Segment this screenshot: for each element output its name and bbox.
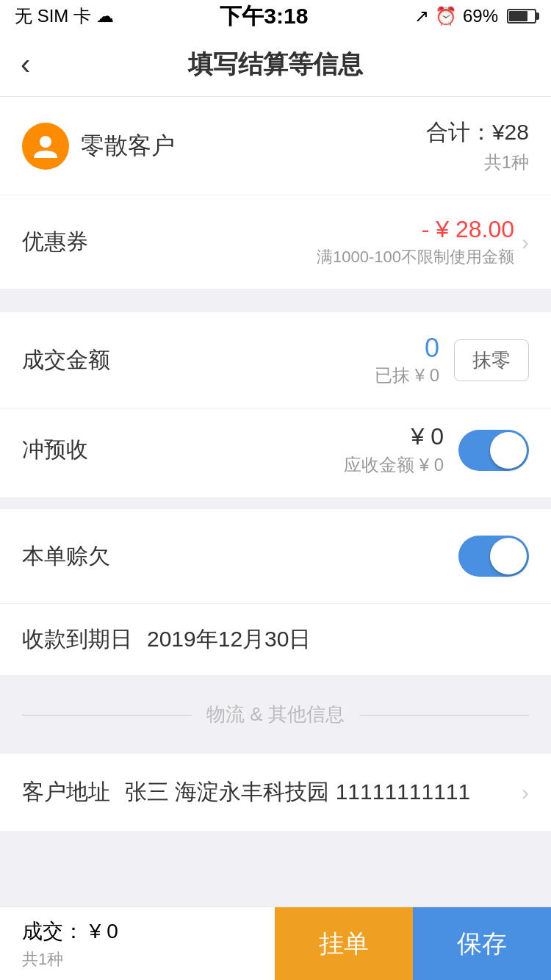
location-icon: ↗ [414,6,429,26]
due-date-row: 收款到期日 2019年12月30日 [0,603,551,675]
bottom-deal-label: 成交： [22,920,84,943]
empty-space [0,831,551,919]
address-value: 张三 海淀永丰科技园 11111111111 [125,777,522,807]
coupon-desc: 满1000-100不限制使用金额 [317,246,514,268]
divider-4 [0,742,551,754]
save-button[interactable]: 保存 [413,907,551,981]
bottom-deal: 成交： ¥ 0 [22,918,253,945]
transaction-right: 0 已抹 ¥ 0 抹零 [375,333,529,387]
address-row[interactable]: 客户地址 张三 海淀永丰科技园 11111111111 › [0,754,551,831]
transaction-values: 0 已抹 ¥ 0 [375,333,439,387]
status-bar: 无 SIM 卡 ☁ 下午3:18 ↗ ⏰ 69% [0,0,551,32]
customer-avatar [22,123,69,170]
customer-count: 共1种 [426,151,529,174]
prepay-values: ¥ 0 应收金额 ¥ 0 [344,423,444,477]
round-zero-button[interactable]: 抹零 [454,339,529,381]
credit-section: 本单赊欠 收款到期日 2019年12月30日 [0,509,551,675]
prepay-row: 冲预收 ¥ 0 应收金额 ¥ 0 [0,408,551,497]
sim-status: 无 SIM 卡 ☁ [15,4,114,28]
battery-percent: 69% [463,6,498,26]
customer-total: 合计：¥28 [426,118,529,148]
alarm-icon: ⏰ [435,6,457,26]
credit-row: 本单赊欠 [0,509,551,603]
credit-toggle-knob [490,538,527,574]
address-chevron-icon: › [522,780,529,805]
transaction-label: 成交金额 [22,345,110,375]
due-date-value: 2019年12月30日 [147,624,311,655]
credit-toggle[interactable] [458,536,529,577]
coupon-row[interactable]: 优惠券 - ¥ 28.00 满1000-100不限制使用金额 › [0,195,551,289]
svg-point-0 [40,136,51,148]
transaction-row: 成交金额 0 已抹 ¥ 0 抹零 [0,312,551,408]
divider-1 [0,300,551,312]
prepay-label: 冲预收 [22,435,88,465]
due-date-label: 收款到期日 [22,624,132,655]
battery-icon [507,9,536,24]
divider-3 [0,675,551,687]
prepay-right: ¥ 0 应收金额 ¥ 0 [344,423,529,477]
prepay-toggle[interactable] [458,430,529,471]
customer-right: 合计：¥28 共1种 [426,118,529,174]
prepay-sub: 应收金额 ¥ 0 [344,453,444,477]
user-icon [31,131,60,161]
content: 零散客户 合计：¥28 共1种 优惠券 - ¥ 28.00 满1000-100不… [0,97,551,919]
pending-button[interactable]: 挂单 [275,907,413,981]
transaction-section: 成交金额 0 已抹 ¥ 0 抹零 冲预收 ¥ 0 应收金额 ¥ 0 [0,312,551,497]
bottom-info: 成交： ¥ 0 共1种 [0,918,275,970]
page-title: 填写结算等信息 [188,48,363,82]
credit-label: 本单赊欠 [22,541,110,572]
coupon-amount: - ¥ 28.00 [317,216,514,243]
nav-bar: ‹ 填写结算等信息 [0,32,551,97]
prepay-amount: ¥ 0 [344,423,444,450]
coupon-right: - ¥ 28.00 满1000-100不限制使用金额 › [317,216,529,268]
status-left: 无 SIM 卡 ☁ [15,4,114,28]
bottom-count: 共1种 [22,948,253,970]
address-label: 客户地址 [22,777,110,807]
toggle-knob [490,432,527,469]
logistics-section: 物流 & 其他信息 [0,687,551,742]
transaction-value: 0 [375,333,439,364]
coupon-label: 优惠券 [22,227,88,257]
logistics-text: 物流 & 其他信息 [192,702,359,727]
status-time: 下午3:18 [220,1,308,32]
customer-left: 零散客户 [22,123,175,170]
customer-row: 零散客户 合计：¥28 共1种 [0,97,551,195]
coupon-value-area: - ¥ 28.00 满1000-100不限制使用金额 [317,216,514,268]
customer-section: 零散客户 合计：¥28 共1种 优惠券 - ¥ 28.00 满1000-100不… [0,97,551,289]
transaction-sub: 已抹 ¥ 0 [375,364,439,387]
address-section: 客户地址 张三 海淀永丰科技园 11111111111 › [0,754,551,831]
bottom-deal-value: ¥ 0 [90,920,118,943]
divider-2 [0,497,551,509]
bottom-bar: 成交： ¥ 0 共1种 挂单 保存 [0,907,551,980]
customer-name: 零散客户 [81,130,175,162]
status-right: ↗ ⏰ 69% [414,6,536,26]
chevron-right-icon: › [522,230,529,255]
back-button[interactable]: ‹ [21,48,30,81]
